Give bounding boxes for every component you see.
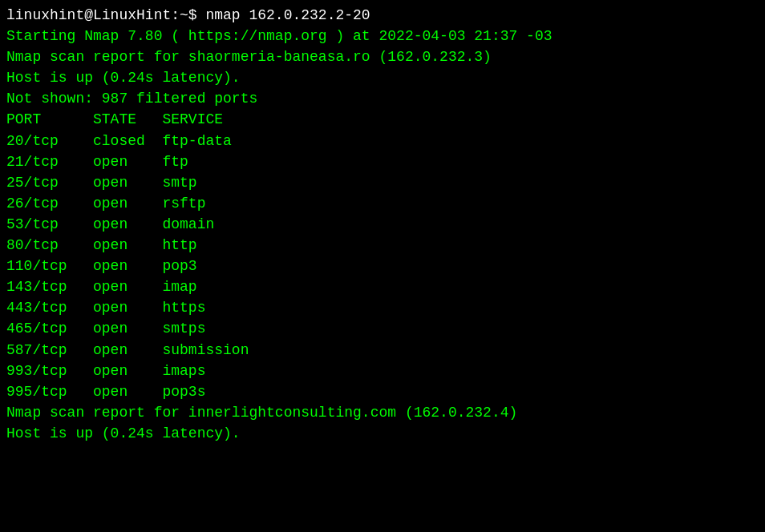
terminal-line-not-shown: Not shown: 987 filtered ports [6, 88, 759, 109]
terminal-line-scan-report-1: Nmap scan report for shaormeria-baneasa.… [6, 46, 759, 67]
terminal-line-header: PORT STATE SERVICE [6, 109, 759, 130]
terminal-line-port-21: 21/tcp open ftp [6, 151, 759, 172]
terminal-line-port-993: 993/tcp open imaps [6, 361, 759, 381]
terminal-line-port-20: 20/tcp closed ftp-data [6, 131, 759, 151]
terminal-window: linuxhint@LinuxHint:~$ nmap 162.0.232.2-… [6, 5, 759, 527]
terminal-line-host-up-2: Host is up (0.24s latency). [6, 423, 759, 444]
terminal-line-port-80: 80/tcp open http [6, 235, 759, 256]
terminal-line-prompt: linuxhint@LinuxHint:~$ nmap 162.0.232.2-… [6, 5, 759, 26]
terminal-line-port-465: 465/tcp open smtps [6, 318, 759, 339]
terminal-line-port-587: 587/tcp open submission [6, 340, 759, 361]
terminal-line-port-443: 443/tcp open https [6, 297, 759, 318]
terminal-line-port-26: 26/tcp open rsftp [6, 193, 759, 214]
terminal-line-port-110: 110/tcp open pop3 [6, 256, 759, 276]
terminal-line-port-995: 995/tcp open pop3s [6, 381, 759, 402]
terminal-line-port-143: 143/tcp open imap [6, 276, 759, 297]
terminal-line-starting: Starting Nmap 7.80 ( https://nmap.org ) … [6, 26, 759, 46]
terminal-line-port-53: 53/tcp open domain [6, 214, 759, 235]
terminal-line-port-25: 25/tcp open smtp [6, 172, 759, 193]
terminal-line-scan-report-2: Nmap scan report for innerlightconsultin… [6, 402, 759, 423]
terminal-line-host-up-1: Host is up (0.24s latency). [6, 67, 759, 88]
